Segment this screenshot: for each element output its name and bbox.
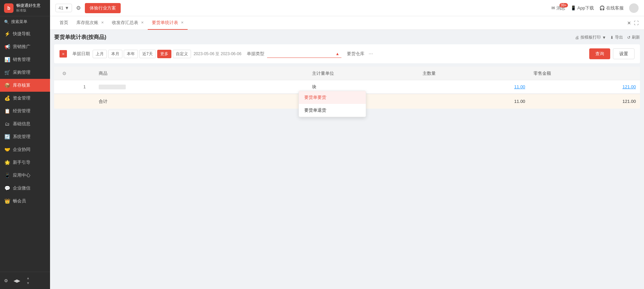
sidebar-item-system[interactable]: 🔄 系统管理 — [0, 130, 50, 143]
message-icon: ✉ — [551, 5, 555, 10]
sidebar-item-shortcut[interactable]: ⚡ 快捷导航 — [0, 27, 50, 40]
app-download-button[interactable]: 📱 App下载 — [571, 5, 594, 11]
marketing-icon: 📢 — [4, 44, 10, 49]
header-settings-button[interactable]: ⚙ — [76, 5, 81, 11]
tab-inventory-ledger[interactable]: 库存批次账 ✕ — [72, 16, 108, 30]
date-btn-current-month[interactable]: 本月 — [108, 50, 122, 58]
tab-expand-button[interactable]: ⛶ — [634, 20, 639, 26]
sidebar-item-finance[interactable]: 💰 资金管理 — [0, 92, 50, 105]
message-button[interactable]: ✉ 消息 99+ — [551, 5, 565, 11]
sidebar-item-member[interactable]: 👑 畅会员 — [0, 195, 50, 207]
dropdown-item-order[interactable]: 要货单要货 — [299, 91, 366, 104]
app-download-icon: 📱 — [571, 5, 576, 10]
sidebar-item-wechat[interactable]: 💬 企业微信 — [0, 182, 50, 195]
date-filter-label: 单据日期 — [72, 51, 90, 57]
th-qty: 主数量 — [419, 70, 529, 76]
tab-home[interactable]: 首页 — [55, 16, 72, 30]
sidebar-item-label: 应用中心 — [13, 172, 30, 178]
scroll-down-button[interactable]: ▼ — [26, 281, 30, 286]
warehouse-more-button[interactable]: ··· — [368, 51, 373, 57]
page-title: 要货单统计表(按商品) — [54, 34, 106, 41]
basic-icon: 🗂 — [4, 121, 10, 127]
type-filter-inner — [267, 50, 335, 57]
sidebar-item-sales[interactable]: 📊 销售管理 — [0, 53, 50, 66]
store-name: 41 — [58, 5, 63, 10]
settings-button[interactable]: ⚙ — [4, 278, 8, 283]
dropdown-item-return[interactable]: 要货单退货 — [299, 104, 366, 117]
tab-summary-label: 收发存汇总表 — [112, 20, 138, 26]
refresh-button[interactable]: ↺ 刷新 — [627, 35, 640, 40]
filter-settings-button[interactable]: 设置 — [613, 48, 635, 59]
search-label: 搜索菜单 — [11, 19, 27, 25]
td-amount[interactable]: 121.00 — [529, 84, 640, 89]
date-btn-prev-month[interactable]: 上月 — [93, 50, 107, 58]
export-button[interactable]: ⬇ 导出 — [610, 35, 623, 40]
sidebar-item-label: 资金管理 — [13, 95, 30, 101]
sidebar-item-corp[interactable]: 🤝 企业协同 — [0, 143, 50, 156]
sidebar-item-basic[interactable]: 🗂 基础信息 — [0, 117, 50, 130]
guide-icon: 🌟 — [4, 160, 10, 165]
type-filter-group: 单据类型 ▲ — [247, 50, 341, 58]
header-left: 41 ▼ ⚙ 体验行业方案 — [55, 3, 121, 13]
appstore-icon: 📱 — [4, 173, 10, 178]
type-filter-input[interactable] — [267, 50, 335, 57]
th-unit: 主计量单位 — [308, 70, 419, 76]
date-btn-custom[interactable]: 自定义 — [173, 50, 191, 58]
filter-expand-button[interactable]: » — [59, 50, 67, 58]
collapse-button[interactable]: ◀▶ — [14, 278, 20, 283]
finance-icon: 💰 — [4, 95, 10, 101]
sidebar-item-label: 采购管理 — [13, 69, 30, 75]
tab-order-stats-close[interactable]: ✕ — [181, 21, 184, 24]
filter-bar: » 单据日期 上月 本月 本年 近7天 更多 自定义 2023-05-06 至 … — [54, 44, 640, 63]
message-badge: 99+ — [559, 3, 568, 7]
tab-summary-close[interactable]: ✕ — [141, 21, 144, 24]
sidebar-item-operation[interactable]: 📋 经营管理 — [0, 105, 50, 117]
logo-text-container: 畅捷通好生意 标准版 — [16, 3, 41, 13]
scroll-buttons: ▲ ▼ — [26, 275, 30, 286]
wechat-icon: 💬 — [4, 185, 10, 191]
sidebar: b 畅捷通好生意 标准版 🔍 搜索菜单 ⚡ 快捷导航 📢 营销推广 📊 销售管理… — [0, 0, 50, 289]
inventory-icon: 📦 — [4, 83, 10, 88]
tab-order-stats[interactable]: 要货单统计表 ✕ — [148, 16, 188, 30]
sidebar-item-label: 畅会员 — [13, 198, 26, 204]
tab-summary[interactable]: 收发存汇总表 ✕ — [108, 16, 148, 30]
sidebar-item-inventory[interactable]: 📦 库存核算 — [0, 79, 50, 92]
sidebar-item-purchase[interactable]: 🛒 采购管理 — [0, 66, 50, 79]
sidebar-item-guide[interactable]: 🌟 新手引导 — [0, 156, 50, 169]
store-selector[interactable]: 41 ▼ — [55, 4, 72, 12]
page-content: 要货单统计表(按商品) 🖨 按模板打印 ▼ ⬇ 导出 ↺ 刷新 » — [50, 30, 644, 289]
service-icon: 🎧 — [599, 5, 605, 10]
sidebar-logo: b 畅捷通好生意 标准版 — [0, 0, 50, 16]
date-filter-group: 单据日期 上月 本月 本年 近7天 更多 自定义 2023-05-06 至 20… — [72, 50, 241, 58]
sidebar-item-appstore[interactable]: 📱 应用中心 — [0, 169, 50, 182]
type-dropdown-arrow[interactable]: ▲ — [335, 51, 339, 56]
footer-qty: 11.00 — [419, 99, 529, 104]
page-actions: 🖨 按模板打印 ▼ ⬇ 导出 ↺ 刷新 — [575, 35, 640, 40]
online-service-button[interactable]: 🎧 在线客服 — [599, 5, 624, 11]
industry-button[interactable]: 体验行业方案 — [85, 3, 121, 13]
sidebar-item-label: 企业微信 — [13, 185, 30, 191]
tab-inventory-ledger-close[interactable]: ✕ — [101, 21, 104, 24]
sidebar-search[interactable]: 🔍 搜索菜单 — [0, 16, 50, 27]
dropdown-arrow-icon: ▼ — [65, 5, 69, 10]
table-settings-icon[interactable]: ⚙ — [62, 71, 67, 76]
date-btn-7days[interactable]: 近7天 — [139, 50, 156, 58]
td-qty[interactable]: 11.00 — [419, 84, 529, 89]
print-button[interactable]: 🖨 按模板打印 ▼ — [575, 35, 606, 40]
app-download-label: App下载 — [577, 5, 594, 11]
tab-close-all-button[interactable]: ✕ — [627, 20, 631, 26]
date-btn-current-year[interactable]: 本年 — [124, 50, 138, 58]
type-filter-label: 单据类型 — [247, 51, 264, 57]
scroll-up-button[interactable]: ▲ — [26, 275, 30, 281]
date-btn-more[interactable]: 更多 — [157, 50, 171, 58]
sidebar-item-label: 快捷导航 — [13, 31, 30, 37]
user-avatar[interactable] — [629, 3, 639, 13]
footer-amount: 121.00 — [529, 99, 640, 104]
logo-icon: b — [4, 3, 14, 13]
refresh-label: 刷新 — [632, 35, 640, 40]
td-product — [95, 85, 308, 89]
shortcut-icon: ⚡ — [4, 31, 10, 37]
query-button[interactable]: 查询 — [589, 48, 610, 59]
sidebar-item-marketing[interactable]: 📢 营销推广 — [0, 40, 50, 53]
sidebar-bottom: ⚙ ◀▶ ▲ ▼ — [0, 272, 50, 289]
